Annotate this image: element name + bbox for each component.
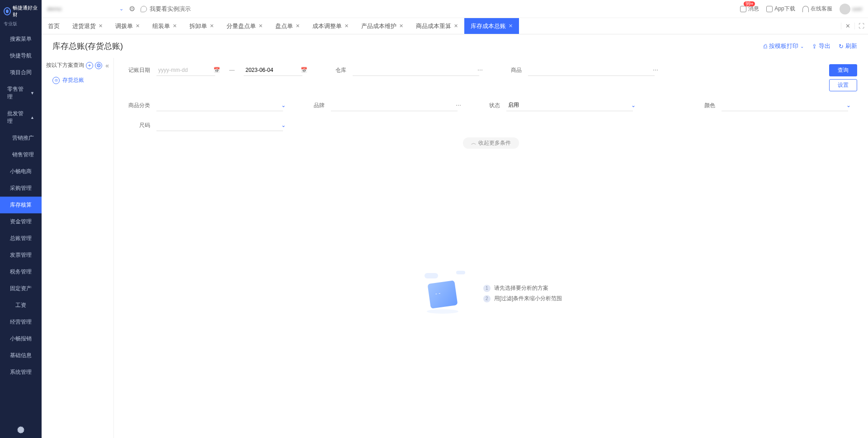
category-input[interactable] (156, 99, 283, 111)
tip-number: 2 (483, 295, 491, 302)
service-label: 在线客服 (811, 5, 832, 13)
sidebar-item[interactable]: 小畅电商 (0, 163, 42, 180)
date-field: 记账日期 📅 — 📅 (125, 64, 307, 76)
category-field: 商品分类 ⌄ (125, 99, 286, 111)
scheme-settings-button[interactable]: ⚙ (95, 62, 102, 69)
close-icon[interactable]: ✕ (454, 23, 458, 29)
sidebar-item[interactable]: 总账管理 (0, 230, 42, 247)
close-all-button[interactable]: ✕ (841, 23, 854, 29)
close-icon[interactable]: ✕ (210, 23, 214, 29)
sidebar-item[interactable]: 项目合同 (0, 64, 42, 81)
fullscreen-button[interactable]: ⛶ (854, 23, 868, 29)
sidebar-item-label: 批发管理 (7, 110, 28, 125)
sidebar-item-label: 搜索菜单 (10, 35, 32, 43)
warehouse-input[interactable] (353, 64, 479, 76)
date-to-input[interactable] (244, 64, 302, 76)
sidebar-item[interactable]: 基础信息 (0, 347, 42, 364)
settings-button[interactable]: 设置 (829, 79, 857, 91)
tab-label: 进货退货 (72, 22, 96, 30)
sidebar-item[interactable]: 发票管理 (0, 247, 42, 264)
sidebar-item-label: 小畅报销 (10, 335, 32, 343)
close-icon[interactable]: ✕ (344, 23, 349, 29)
sidebar-item[interactable]: 经营管理 (0, 314, 42, 330)
tab[interactable]: 拆卸单✕ (183, 18, 220, 34)
sidebar-item[interactable]: 税务管理 (0, 264, 42, 280)
chevron-down-icon[interactable]: ⌄ (631, 102, 636, 108)
date-from-input[interactable] (156, 64, 215, 76)
refresh-button[interactable]: ↻ 刷新 (839, 42, 857, 50)
add-scheme-button[interactable]: + (86, 62, 93, 69)
chevron-down-icon[interactable]: ⌄ (281, 102, 286, 108)
tab[interactable]: 组装单✕ (146, 18, 183, 34)
username: user (852, 6, 863, 12)
org-input[interactable] (47, 5, 92, 12)
close-icon[interactable]: ✕ (136, 23, 140, 29)
app-download-button[interactable]: App下载 (766, 5, 795, 13)
close-icon[interactable]: ✕ (399, 23, 403, 29)
sidebar-item[interactable]: 固定资产 (0, 280, 42, 297)
query-button[interactable]: 查询 (829, 64, 857, 76)
close-icon[interactable]: ✕ (509, 23, 513, 29)
content: 按以下方案查询 + ⚙ « ◎ 存货总账 记账日期 📅 (42, 58, 868, 438)
scheme-item[interactable]: ◎ 存货总账 (46, 76, 109, 84)
product-input[interactable] (528, 64, 655, 76)
sidebar-item[interactable]: 销售管理 (0, 146, 42, 163)
sidebar-item-label: 小畅电商 (10, 168, 32, 175)
print-button[interactable]: ⎙ 按模板打印 ⌄ (764, 42, 804, 50)
sidebar-item[interactable]: 小畅报销 (0, 330, 42, 347)
close-icon[interactable]: ✕ (99, 23, 103, 29)
close-icon[interactable]: ✕ (259, 23, 263, 29)
header-actions: ⎙ 按模板打印 ⌄ ⇪ 导出 ↻ 刷新 (764, 42, 857, 50)
topbar: ⌄ ⚙ 我要看实例演示 消息 99+ App下载 在线客服 user (42, 0, 868, 18)
tabs: 首页进货退货✕调拨单✕组装单✕拆卸单✕分量盘点单✕盘点单✕成本调整单✕产品成本维… (42, 18, 868, 34)
sidebar-item-label: 固定资产 (10, 285, 32, 292)
tab[interactable]: 首页 (42, 18, 66, 34)
sidebar-item[interactable]: 快捷导航 (0, 47, 42, 64)
settings-icon[interactable] (17, 426, 24, 433)
avatar-icon (840, 4, 850, 14)
calendar-icon[interactable]: 📅 (213, 67, 220, 73)
more-icon[interactable]: ⋯ (653, 67, 658, 73)
size-input[interactable] (156, 119, 283, 131)
chevron-down-icon[interactable]: ⌄ (281, 122, 286, 128)
sidebar-item[interactable]: 搜索菜单 (0, 31, 42, 47)
tab[interactable]: 分量盘点单✕ (220, 18, 269, 34)
scheme-icon: ◎ (52, 77, 60, 84)
sidebar-item[interactable]: 营销推广 (0, 130, 42, 146)
demo-link[interactable]: 我要看实例演示 (141, 5, 191, 13)
sidebar-item[interactable]: 采购管理 (0, 180, 42, 197)
more-icon[interactable]: ⋯ (477, 67, 483, 73)
gear-icon[interactable]: ⚙ (129, 5, 135, 13)
status-input[interactable] (506, 99, 633, 111)
sidebar-item-label: 库存核算 (10, 201, 32, 209)
user-menu[interactable]: user (840, 4, 863, 14)
tab[interactable]: 成本调整单✕ (306, 18, 355, 34)
calendar-icon[interactable]: 📅 (301, 67, 307, 73)
chevron-down-icon[interactable]: ⌄ (846, 102, 851, 108)
tab[interactable]: 调拨单✕ (109, 18, 146, 34)
tab[interactable]: 盘点单✕ (269, 18, 306, 34)
close-icon[interactable]: ✕ (296, 23, 300, 29)
tab[interactable]: 库存成本总账✕ (464, 18, 519, 34)
sidebar-item[interactable]: 系统管理 (0, 364, 42, 381)
brand-input[interactable] (331, 99, 458, 111)
collapse-panel-icon[interactable]: « (105, 62, 109, 69)
collapse-filters-button[interactable]: ︿ 收起更多条件 (463, 137, 519, 149)
tab[interactable]: 产品成本维护✕ (355, 18, 410, 34)
org-selector[interactable]: ⌄ (47, 5, 123, 12)
export-button[interactable]: ⇪ 导出 (812, 42, 830, 50)
messages-button[interactable]: 消息 99+ (740, 5, 759, 13)
close-icon[interactable]: ✕ (173, 23, 177, 29)
sidebar-item-label: 经营管理 (10, 318, 32, 326)
tab[interactable]: 商品成本重算✕ (410, 18, 464, 34)
sidebar-item[interactable]: 工资 (0, 297, 42, 314)
tab[interactable]: 进货退货✕ (66, 18, 109, 34)
print-icon: ⎙ (764, 43, 767, 50)
more-icon[interactable]: ⋯ (456, 102, 461, 108)
sidebar-item[interactable]: 库存核算 (0, 197, 42, 213)
sidebar-item[interactable]: 资金管理 (0, 213, 42, 230)
color-input[interactable] (722, 99, 848, 111)
customer-service-button[interactable]: 在线客服 (802, 5, 832, 13)
sidebar-item[interactable]: 零售管理▼ (0, 81, 42, 105)
sidebar-item[interactable]: 批发管理▲ (0, 105, 42, 130)
